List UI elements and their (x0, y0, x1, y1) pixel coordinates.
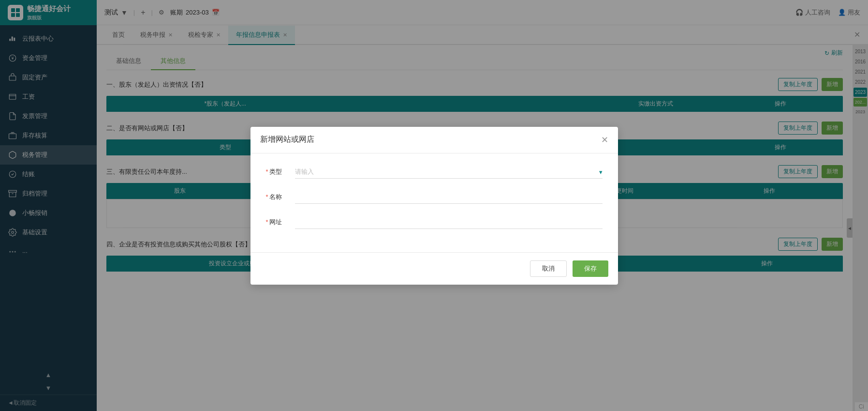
url-input[interactable] (295, 215, 603, 229)
modal-header: 新增网站或网店 ✕ (250, 127, 618, 153)
form-row-type: * 类型 ▾ (266, 165, 603, 179)
modal-title: 新增网站或网店 (260, 135, 314, 145)
type-required-mark: * (266, 168, 268, 175)
cancel-button[interactable]: 取消 (530, 260, 567, 277)
type-label: * 类型 (266, 167, 295, 176)
name-label-text: 名称 (269, 193, 282, 201)
type-dropdown-icon: ▾ (599, 168, 603, 175)
modal-close-button[interactable]: ✕ (601, 135, 608, 145)
name-field (295, 190, 603, 204)
form-row-url: * 网址 (266, 215, 603, 229)
url-field (295, 215, 603, 229)
modal-overlay[interactable]: 新增网站或网店 ✕ * 类型 ▾ * 名称 (0, 0, 868, 411)
type-field: ▾ (295, 165, 603, 179)
modal-body: * 类型 ▾ * 名称 * (250, 153, 618, 252)
modal-footer: 取消 保存 (250, 252, 618, 285)
url-label: * 网址 (266, 218, 295, 227)
name-required-mark: * (266, 193, 268, 200)
type-label-text: 类型 (269, 167, 282, 176)
save-button[interactable]: 保存 (573, 260, 608, 277)
name-label: * 名称 (266, 193, 295, 201)
name-input[interactable] (295, 190, 603, 204)
type-input[interactable] (295, 165, 603, 179)
url-label-text: 网址 (269, 218, 282, 227)
url-required-mark: * (266, 218, 268, 226)
form-row-name: * 名称 (266, 190, 603, 204)
modal-add-website: 新增网站或网店 ✕ * 类型 ▾ * 名称 (250, 127, 618, 285)
